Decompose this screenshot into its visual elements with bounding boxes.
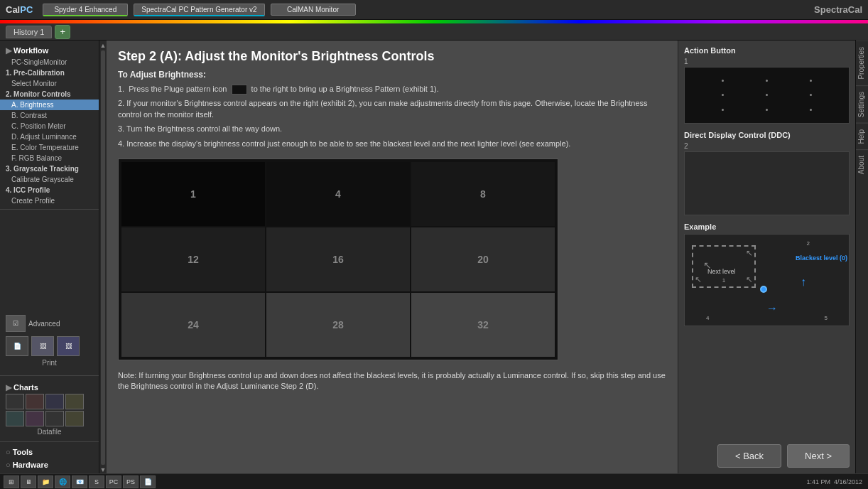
- sidebar-scrollbar[interactable]: ▲ ▼: [99, 41, 107, 473]
- grid-cell-8: 8: [411, 162, 555, 226]
- content-area: Step 2 (A): Adjust the Monitor's Brightn…: [107, 41, 678, 473]
- charts-section: ▶Charts Datafile: [0, 379, 99, 439]
- arrow-sw-icon: ↙: [695, 275, 702, 285]
- ddc-title: Direct Display Control (DDC): [684, 131, 850, 139]
- taskbar-app-8[interactable]: 📄: [140, 475, 156, 488]
- taskbar: ⊞ 🖥 📁 🌐 📧 S PC PS 📄 1:41 PM 4/16/2012: [0, 473, 868, 489]
- right-panel: Properties Settings Help About: [855, 41, 868, 473]
- device-pattern-gen[interactable]: SpectraCal PC Pattern Generator v2: [134, 4, 264, 16]
- properties-tab[interactable]: Properties: [856, 41, 868, 85]
- next-button[interactable]: Next >: [787, 444, 850, 468]
- taskbar-app-7[interactable]: PS: [123, 475, 139, 488]
- page-title: Step 2 (A): Adjust the Monitor's Brightn…: [118, 49, 666, 64]
- sidebar-item-brightness[interactable]: A. Brightness: [0, 100, 99, 110]
- taskbar-tray: 1:41 PM 4/16/2012: [803, 478, 865, 485]
- history-tab[interactable]: History 1: [6, 26, 52, 38]
- sidebar-item-create-profile[interactable]: Create Profile: [0, 195, 99, 206]
- sidebar-icon-1[interactable]: 📄: [6, 336, 28, 356]
- grid-cell-24: 24: [121, 293, 265, 357]
- start-button[interactable]: ⊞: [4, 475, 19, 488]
- example-section: Example ↖ ↗ ↙ ↘ Next level 1 2 Blackest …: [684, 222, 850, 326]
- action-number: 1: [684, 58, 850, 65]
- next-level-label: Next level: [707, 268, 736, 275]
- note-text: Note: If turning your Brightness control…: [118, 370, 666, 392]
- taskbar-app-1[interactable]: 🖥: [21, 475, 36, 488]
- taskbar-app-5[interactable]: S: [89, 475, 104, 488]
- device-spyder[interactable]: Spyder 4 Enhanced: [43, 4, 128, 16]
- tab-bar: History 1 +: [0, 23, 868, 41]
- sidebar-item-position[interactable]: C. Position Meter: [0, 121, 99, 131]
- sidebar-item-pre-cal[interactable]: 1. Pre-Calibration: [0, 68, 99, 78]
- charts-icons: [6, 394, 93, 426]
- sidebar-item-select-monitor[interactable]: Select Monitor: [0, 78, 99, 89]
- chart-icon-2[interactable]: [26, 394, 44, 409]
- info-panel: Action Button 1 Direct Display Control (…: [678, 41, 855, 473]
- content-subtitle: To Adjust Brightness:: [118, 70, 666, 80]
- arrow-up-blue-icon: ↑: [801, 276, 806, 289]
- num-5-label: 5: [825, 315, 828, 321]
- sidebar-icon-row: 📄 🖼 🖼: [6, 336, 93, 356]
- chart-icon-3[interactable]: [45, 394, 64, 409]
- grid-cell-4: 4: [266, 162, 410, 226]
- arrow-right-blue-icon: →: [766, 302, 778, 315]
- sidebar-item-rgb-balance[interactable]: F. RGB Balance: [0, 153, 99, 163]
- chart-icon-5[interactable]: [6, 411, 24, 426]
- chart-icon-4[interactable]: [65, 394, 84, 409]
- sidebar-bottom: ☑ Advanced 📄 🖼 🖼 Print: [0, 309, 99, 372]
- chart-icon-8[interactable]: [65, 411, 84, 426]
- top-bar: CalPC Spyder 4 Enhanced SpectraCal PC Pa…: [0, 0, 868, 20]
- tools-section[interactable]: ○Tools: [0, 445, 99, 458]
- device-calman[interactable]: CalMAN Monitor: [271, 4, 356, 16]
- workflow-section[interactable]: ▶Workflow: [0, 43, 99, 57]
- ddc-control-box[interactable]: [684, 151, 850, 215]
- sidebar-item-grayscale[interactable]: 3. Grayscale Tracking: [0, 163, 99, 174]
- instruction-3: 3. Turn the Brightness control all the w…: [118, 124, 666, 134]
- grid-cell-28: 28: [266, 293, 410, 357]
- ddc-number: 2: [684, 142, 850, 150]
- chart-icon-1[interactable]: [6, 394, 24, 409]
- sidebar-item-luminance[interactable]: D. Adjust Luminance: [0, 131, 99, 142]
- back-button[interactable]: < Back: [717, 444, 781, 468]
- settings-tab[interactable]: Settings: [856, 85, 868, 123]
- sidebar-item-contrast[interactable]: B. Contrast: [0, 110, 99, 121]
- sidebar-icon-3[interactable]: 🖼: [57, 336, 80, 356]
- blackest-level-label: Blackest level (0): [796, 254, 847, 262]
- pluge-icon[interactable]: [232, 85, 247, 95]
- grid-cell-20: 20: [411, 227, 555, 291]
- taskbar-app-2[interactable]: 📁: [38, 475, 53, 488]
- datafile-label: Datafile: [6, 428, 93, 436]
- arrow-ne-icon: ↗: [746, 248, 753, 258]
- sidebar: ▶Workflow PC-SingleMonitor 1. Pre-Calibr…: [0, 41, 99, 473]
- taskbar-app-6[interactable]: PC: [106, 475, 121, 488]
- action-preview[interactable]: [684, 67, 850, 124]
- chart-icon-6[interactable]: [26, 411, 44, 426]
- hardware-section[interactable]: ○Hardware: [0, 458, 99, 471]
- about-tab[interactable]: About: [856, 149, 868, 180]
- taskbar-date: 4/16/2012: [834, 478, 862, 485]
- print-label: Print: [6, 359, 93, 367]
- sidebar-item-pc-single[interactable]: PC-SingleMonitor: [0, 57, 99, 68]
- advanced-checkbox[interactable]: ☑: [6, 315, 26, 332]
- example-title: Example: [684, 222, 850, 231]
- taskbar-time: 1:41 PM: [806, 478, 830, 485]
- sidebar-item-color-temp[interactable]: E. Color Temperature: [0, 142, 99, 153]
- taskbar-app-4[interactable]: 📧: [72, 475, 87, 488]
- chart-icon-7[interactable]: [45, 411, 64, 426]
- grid-cell-32: 32: [411, 293, 555, 357]
- sidebar-item-monitor-controls[interactable]: 2. Monitor Controls: [0, 89, 99, 100]
- arrow-se-icon: ↘: [746, 275, 753, 285]
- taskbar-app-3[interactable]: 🌐: [55, 475, 70, 488]
- brand-name: SpectraCal: [814, 4, 862, 15]
- action-button-title: Action Button: [684, 46, 850, 55]
- next-level-box: ↖ ↗ ↙ ↘ Next level 1: [692, 245, 756, 288]
- example-diagram: ↖ ↗ ↙ ↘ Next level 1 2 Blackest level (0…: [684, 234, 850, 326]
- grid-cell-12: 12: [121, 227, 265, 291]
- blackest-level-dot: [760, 286, 767, 293]
- sidebar-item-icc[interactable]: 4. ICC Profile: [0, 185, 99, 195]
- charts-section-title[interactable]: ▶Charts: [6, 382, 93, 394]
- sidebar-icon-2[interactable]: 🖼: [31, 336, 54, 356]
- help-tab[interactable]: Help: [856, 123, 868, 150]
- add-tab-button[interactable]: +: [55, 25, 70, 39]
- app-logo: CalPC: [6, 4, 33, 15]
- sidebar-item-calibrate-gray[interactable]: Calibrate Grayscale: [0, 174, 99, 185]
